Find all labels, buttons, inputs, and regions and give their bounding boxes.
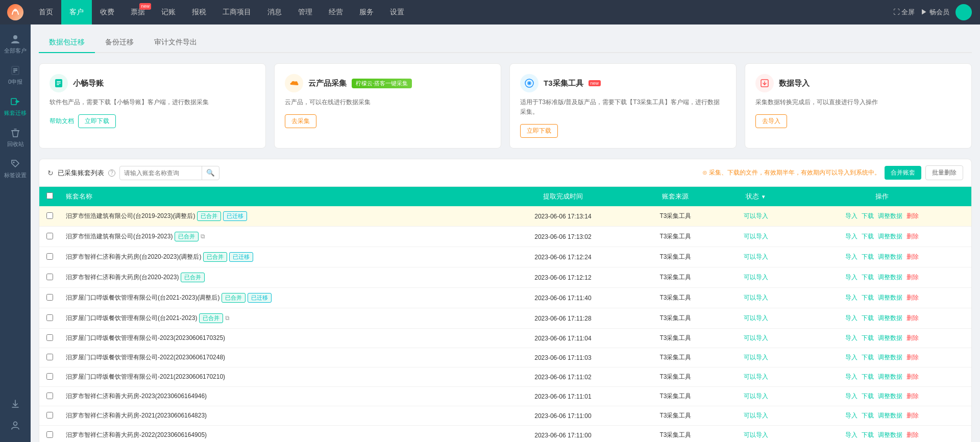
row-checkbox[interactable]: [46, 412, 53, 419]
action-调整数据[interactable]: 调整数据: [878, 314, 902, 322]
sidebar-item-download[interactable]: [0, 393, 31, 414]
table-help-icon[interactable]: ?: [108, 169, 115, 177]
action-调整数据[interactable]: 调整数据: [878, 274, 902, 281]
sidebar-item-all-clients[interactable]: 全部客户: [0, 29, 31, 60]
sidebar-item-recycle[interactable]: 回收站: [0, 122, 31, 153]
nav-business[interactable]: 工商项目: [214, 0, 259, 24]
action-导入[interactable]: 导入: [845, 354, 857, 361]
card2-collect-btn[interactable]: 去采集: [285, 114, 316, 128]
action-导入[interactable]: 导入: [845, 294, 857, 301]
action-调整数据[interactable]: 调整数据: [878, 392, 902, 400]
search-input[interactable]: [120, 169, 202, 177]
tab-backup-migrate[interactable]: 备份迁移: [95, 33, 144, 53]
sidebar-item-user-settings[interactable]: [0, 414, 31, 436]
action-导入[interactable]: 导入: [845, 334, 857, 341]
nav-settings[interactable]: 设置: [382, 0, 412, 24]
sidebar-item-tag-settings[interactable]: 标签设置: [0, 153, 31, 184]
action-调整数据[interactable]: 调整数据: [878, 212, 902, 219]
nav-billing[interactable]: 收费: [92, 0, 122, 24]
nav-home[interactable]: 首页: [31, 0, 61, 24]
action-删除[interactable]: 删除: [906, 373, 919, 380]
action-删除[interactable]: 删除: [906, 431, 919, 438]
copy-icon[interactable]: ⧉: [225, 314, 230, 322]
action-导入[interactable]: 导入: [845, 212, 857, 219]
action-导入[interactable]: 导入: [845, 412, 857, 419]
action-下载[interactable]: 下载: [862, 373, 874, 380]
action-删除[interactable]: 删除: [906, 314, 919, 322]
action-删除[interactable]: 删除: [906, 253, 919, 260]
merge-btn[interactable]: 合并账套: [885, 166, 921, 180]
tab-audit-export[interactable]: 审计文件导出: [144, 33, 207, 53]
row-checkbox[interactable]: [46, 392, 53, 399]
nav-operation[interactable]: 经营: [321, 0, 351, 24]
action-下载[interactable]: 下载: [862, 431, 874, 438]
action-下载[interactable]: 下载: [862, 212, 874, 219]
action-调整数据[interactable]: 调整数据: [878, 354, 902, 361]
nav-service[interactable]: 服务: [351, 0, 382, 24]
card3-download-btn[interactable]: 立即下载: [520, 124, 558, 138]
action-删除[interactable]: 删除: [906, 392, 919, 400]
action-调整数据[interactable]: 调整数据: [878, 233, 902, 240]
action-下载[interactable]: 下载: [862, 274, 874, 281]
action-调整数据[interactable]: 调整数据: [878, 431, 902, 438]
action-调整数据[interactable]: 调整数据: [878, 253, 902, 260]
fullscreen-btn[interactable]: ⛶ 全屏: [893, 8, 915, 17]
action-删除[interactable]: 删除: [906, 412, 919, 419]
action-导入[interactable]: 导入: [845, 373, 857, 380]
action-下载[interactable]: 下载: [862, 253, 874, 260]
row-checkbox[interactable]: [46, 212, 53, 219]
row-checkbox[interactable]: [46, 253, 53, 260]
batch-delete-btn[interactable]: 批量删除: [925, 165, 963, 180]
action-调整数据[interactable]: 调整数据: [878, 373, 902, 380]
action-删除[interactable]: 删除: [906, 212, 919, 219]
action-删除[interactable]: 删除: [906, 274, 919, 281]
action-下载[interactable]: 下载: [862, 334, 874, 341]
member-btn[interactable]: ▶ 畅会员: [921, 8, 949, 17]
app-logo[interactable]: [0, 0, 31, 24]
action-删除[interactable]: 删除: [906, 354, 919, 361]
action-下载[interactable]: 下载: [862, 233, 874, 240]
action-删除[interactable]: 删除: [906, 334, 919, 341]
action-导入[interactable]: 导入: [845, 314, 857, 322]
copy-icon[interactable]: ⧉: [201, 233, 205, 240]
sidebar-item-zero-report[interactable]: 0申报: [0, 60, 31, 91]
sidebar-item-account-migrate[interactable]: 账套迁移: [0, 91, 31, 122]
row-checkbox[interactable]: [46, 431, 53, 438]
action-下载[interactable]: 下载: [862, 354, 874, 361]
action-调整数据[interactable]: 调整数据: [878, 294, 902, 301]
action-导入[interactable]: 导入: [845, 233, 857, 240]
action-调整数据[interactable]: 调整数据: [878, 412, 902, 419]
row-checkbox[interactable]: [46, 373, 53, 380]
action-导入[interactable]: 导入: [845, 431, 857, 438]
action-下载[interactable]: 下载: [862, 294, 874, 301]
card4-import-btn[interactable]: 去导入: [755, 114, 787, 128]
row-checkbox[interactable]: [46, 294, 53, 301]
user-avatar[interactable]: [955, 4, 972, 20]
action-下载[interactable]: 下载: [862, 412, 874, 419]
refresh-icon[interactable]: ↻: [47, 169, 54, 177]
action-导入[interactable]: 导入: [845, 392, 857, 400]
action-下载[interactable]: 下载: [862, 314, 874, 322]
row-checkbox[interactable]: [46, 334, 53, 341]
action-调整数据[interactable]: 调整数据: [878, 334, 902, 341]
nav-management[interactable]: 管理: [290, 0, 321, 24]
action-导入[interactable]: 导入: [845, 274, 857, 281]
nav-invoice[interactable]: 票据 new: [122, 0, 153, 24]
card1-download-btn[interactable]: 立即下载: [78, 114, 116, 128]
nav-customer[interactable]: 客户: [61, 0, 92, 24]
search-button[interactable]: 🔍: [202, 166, 219, 180]
row-checkbox[interactable]: [46, 314, 53, 321]
action-删除[interactable]: 删除: [906, 233, 919, 240]
row-checkbox[interactable]: [46, 274, 53, 280]
action-下载[interactable]: 下载: [862, 392, 874, 400]
row-checkbox[interactable]: [46, 354, 53, 360]
action-删除[interactable]: 删除: [906, 294, 919, 301]
nav-message[interactable]: 消息: [259, 0, 290, 24]
action-导入[interactable]: 导入: [845, 253, 857, 260]
tab-data-migrate[interactable]: 数据包迁移: [39, 33, 95, 53]
select-all-checkbox[interactable]: [46, 192, 53, 199]
nav-accounting[interactable]: 记账: [153, 0, 184, 24]
row-checkbox[interactable]: [46, 233, 53, 239]
card1-help-doc-link[interactable]: 帮助文档: [50, 117, 74, 126]
nav-tax[interactable]: 报税: [184, 0, 214, 24]
